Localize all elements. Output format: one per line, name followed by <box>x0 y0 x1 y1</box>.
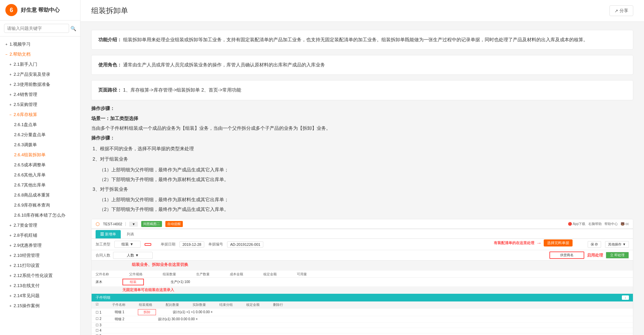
sidebar-item-ops[interactable]: + 2.10经营管理 <box>0 250 80 261</box>
mock-tag-orange: 自动提醒 <box>165 221 183 227</box>
annotation5-text: 无固定清单可在组装在这里录入 <box>118 287 633 293</box>
annotation1-text: 有装配清单的在这里处理 <box>494 240 534 245</box>
sidebar-item-stocktake[interactable]: 2.6.1盘点单 <box>0 120 80 130</box>
mock-sub-table-header: ☑ 子件名称 组装规格 配比数量 实际数量 结束分组 核定金额 删除行 <box>92 301 633 309</box>
sidebar-item-stocktake2[interactable]: 2.6.2分量盘点单 <box>0 130 80 140</box>
steps-section: 操作步骤： 场景一：加工类型选择 当由多个子件材料组装成一个成品的业务为【组装】… <box>91 106 633 214</box>
mock-nav-right: 🔴 App下载 右脑帮助 帮助中心 🐻 cc <box>568 222 629 226</box>
steps-label: 操作步骤： <box>91 106 633 112</box>
sidebar-item-mobile[interactable]: + 2.8手机旺铺 <box>0 230 80 240</box>
mock-form-row2: 合同人数 人数 ▼ 组装业务、拆卸业务在这里切换 供货商名 启用处理 立 即处理 <box>92 250 633 261</box>
page-title: 组装拆卸单 <box>91 6 128 16</box>
search-button[interactable]: 🔍 <box>70 26 76 31</box>
mock-start-btn: 立 即处理 <box>606 252 629 259</box>
mock-tag-green: 间图截图二 <box>141 221 162 227</box>
main-body: 功能介绍： 组装拆卸单用来处理企业组装或拆卸等加工业务，支持有固定装配清单的产品… <box>80 22 644 335</box>
annotation-right: 供货商名 启用处理 <box>549 252 603 259</box>
sidebar-item-purchase[interactable]: + 2.5采购管理 <box>0 100 80 110</box>
step2-sub1: （1）上部明细为父件明细，最终作为产成品生成其它入库单； <box>91 166 633 174</box>
sidebar-item-inbound[interactable]: 2.6.6其他入库单 <box>0 170 80 180</box>
mock-table-row1: 床木 组装 生产(×1) 100 <box>92 278 633 287</box>
sidebar-item-custom[interactable]: + 2.12系统个性化设置 <box>0 271 80 281</box>
sidebar-item-stockerror[interactable]: 2.6.10库存账本错了怎么办 <box>0 210 80 220</box>
annotation3-container: 组装业务、拆卸业务在这里切换 <box>132 262 188 268</box>
sidebar-item-outbound[interactable]: 2.6.7其他出库单 <box>0 180 80 190</box>
steps-intro: 操作步骤： <box>91 135 633 141</box>
sidebar-item-adjust[interactable]: 2.6.3调拨单 <box>0 140 80 150</box>
step2: 2、对于组装业务 <box>91 155 633 163</box>
mock-sub-header: 子件明细 ↕ <box>92 294 633 301</box>
screenshot-container: ⬡ TEST-H002 ▼ 间图截图二 自动提醒 🔴 App下载 右脑帮助 帮助… <box>91 219 633 335</box>
page-header: 组装拆卸单 ↗ 分享 <box>80 0 644 22</box>
annotation4-text: 启用处理 <box>587 253 603 258</box>
sidebar-header: 6 好生意 帮助中心 <box>0 0 80 20</box>
step1: 1、根据不同的业务，选择不同单据的类型来处理 <box>91 145 633 153</box>
mock-supplier-input: 供货商名 <box>549 252 584 259</box>
search-input[interactable] <box>4 24 69 33</box>
mock-table-header: 父件名称 父件规格 组装数量 生产数量 成本金额 核定金额 可用量 <box>92 271 633 278</box>
mock-form-row: 加工类型 组装 ▼ 单据日期 2019-12-28 单据编号 AD-201912… <box>92 239 633 250</box>
share-button[interactable]: ↗ 分享 <box>609 5 633 16</box>
step3: 3、对于拆装业务 <box>91 185 633 193</box>
mock-order-label: 单据编号 <box>208 242 223 247</box>
path-text: 1、库存核算->库存管理->组装拆卸单 2、首页->常用功能 <box>123 87 241 93</box>
mock-number-label: 合同人数 <box>96 253 110 258</box>
sidebar-item-sales[interactable]: + 2.4销售管理 <box>0 90 80 100</box>
step3-sub2: （2）下部明细为子件明细，最终作为产成品生成其它入库单。 <box>91 205 633 214</box>
sidebar-item-docs[interactable]: − 2.帮助文档 <box>0 49 80 59</box>
sidebar-item-data[interactable]: + 2.3使用前数据准备 <box>0 79 80 90</box>
sidebar-item-goodscost[interactable]: 2.6.8商品成本重算 <box>0 190 80 200</box>
sidebar-item-cost[interactable]: 2.6.5成本调整单 <box>0 160 80 170</box>
sidebar-item-case[interactable]: + 2.15操作案例 <box>0 301 80 311</box>
sidebar-item-install[interactable]: + 2.2产品安装及登录 <box>0 69 80 79</box>
intro-text: 组装拆卸单用来处理企业组装或拆卸等加工业务，支持有固定装配清单的产品加工业务，也… <box>123 37 588 42</box>
role-block: 使用角色： 通常由生产人员或库管人员完成拆装业务的操作，库管人员确认原材料的出库… <box>91 55 633 75</box>
sidebar-item-pay[interactable]: + 2.13在线支付 <box>0 281 80 291</box>
scene1-title: 场景一：加工类型选择 <box>91 116 633 122</box>
mock-dropdown: ▼ <box>129 222 138 227</box>
sidebar-item-inventory[interactable]: − 2.6库存核算 <box>0 110 80 120</box>
step2-sub2: （2）下部明细为子件明细，最终作为原材料生成其它出库单。 <box>91 175 633 184</box>
sidebar-item-finance[interactable]: + 2.7资金管理 <box>0 220 80 230</box>
mock-sub-row2: ☐ 2 明细 2 设计(≥1) 30.00 0.00 0.00 × <box>92 316 633 323</box>
path-block: 页面路径： 1、库存核算->库存管理->组装拆卸单 2、首页->常用功能 <box>91 80 633 100</box>
sidebar-item-coupon[interactable]: + 2.9优惠券管理 <box>0 240 80 250</box>
mock-date-label: 单据日期 <box>161 242 175 247</box>
mock-tab-list: 列表 <box>122 230 139 238</box>
mock-sub-row1: ☐ 1 明细 1 拆卸 设计(≥1) +1 +1 0.00 0.00 × <box>92 309 633 316</box>
mock-expand-icon: ↕ <box>622 295 629 300</box>
sidebar-item-video[interactable]: + 1.视频学习 <box>0 39 80 49</box>
nav-tree: + 1.视频学习 − 2.帮助文档 + 2.1新手入门 + 2.2产品安装及登录… <box>0 37 80 335</box>
mock-type-label: 加工类型 <box>96 242 110 247</box>
mock-highlight-cell: 组装 <box>122 279 144 285</box>
mock-date-val: 2019-12-28 <box>179 241 204 247</box>
mock-number-val: 人数 ▼ <box>113 252 153 259</box>
sidebar: 6 好生意 帮助中心 🔍 + 1.视频学习 − 2.帮助文档 + 2.1新手入门… <box>0 0 80 335</box>
collapse-icon: − <box>5 52 7 56</box>
role-text: 通常由生产人员或库管人员完成拆装业务的操作，库管人员确认原材料的出库和产成品的入… <box>123 62 325 67</box>
path-label: 页面路径： <box>98 87 122 93</box>
main-content: 组装拆卸单 ↗ 分享 功能介绍： 组装拆卸单用来处理企业组装或拆卸等加工业务，支… <box>80 0 644 335</box>
expand-icon: + <box>5 42 7 46</box>
intro-block: 功能介绍： 组装拆卸单用来处理企业组装或拆卸等加工业务，支持有固定装配清单的产品… <box>91 30 633 50</box>
mock-sub-row4: ☐ 4 <box>92 328 633 333</box>
role-label: 使用角色： <box>98 62 122 67</box>
sidebar-item-assembly[interactable]: 2.6.4组装拆卸单 <box>0 150 80 160</box>
app-logo: 6 <box>5 4 17 16</box>
mock-other-btn: 其他操作 ▼ <box>605 241 629 248</box>
annotation1-arrow: → <box>536 240 542 246</box>
scene1-desc: 当由多个子件材料组装成一个成品的业务为【组装】业务，当由一个父件拆分成多个子产品… <box>91 124 633 133</box>
sidebar-item-faq[interactable]: + 2.14常见问题 <box>0 291 80 301</box>
mock-tab-bar: ☰ 新增单 列表 <box>92 229 633 239</box>
mock-logo: ⬡ <box>96 221 100 227</box>
mock-nav-bar: ⬡ TEST-H002 ▼ 间图截图二 自动提醒 🔴 App下载 右脑帮助 帮助… <box>92 219 633 229</box>
share-icon: ↗ <box>614 8 618 13</box>
mock-tab-active: ☰ 新增单 <box>96 230 121 238</box>
mock-app-id: TEST-H002 <box>103 222 122 226</box>
app-name: 好生意 帮助中心 <box>21 7 60 14</box>
sidebar-item-stockquery[interactable]: 2.6.9库存账本查询 <box>0 200 80 210</box>
sidebar-item-new[interactable]: + 2.1新手入门 <box>0 59 80 69</box>
search-bar: 🔍 <box>0 20 80 37</box>
sidebar-item-print[interactable]: + 2.11打印设置 <box>0 261 80 271</box>
mock-sub-row3: ☐ 3 <box>92 323 633 328</box>
